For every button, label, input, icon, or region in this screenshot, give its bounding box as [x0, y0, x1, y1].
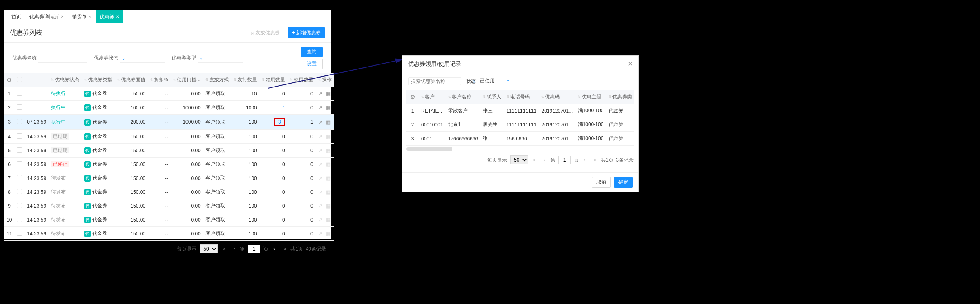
- prev-page-icon[interactable]: ‹: [232, 246, 237, 252]
- last-page-icon[interactable]: ⇥: [590, 157, 598, 163]
- close-icon[interactable]: ✕: [627, 60, 633, 68]
- close-icon[interactable]: ✕: [60, 10, 64, 23]
- row-checkbox[interactable]: [17, 189, 22, 194]
- coupon-type: 代金券: [92, 217, 107, 222]
- sort-icon[interactable]: ⇅: [483, 95, 486, 99]
- table-row[interactable]: 1待执行代代金券50.00--0.00客户领取1000↗▦: [4, 87, 334, 101]
- add-coupon-button[interactable]: + 新增优惠券: [288, 27, 325, 38]
- table-row[interactable]: 1114 23:59待发布代代金券150.00--0.00客户领取10000↗▦: [4, 227, 334, 241]
- sort-icon[interactable]: ⇅: [234, 78, 237, 82]
- column-header: 优惠主题: [582, 93, 601, 100]
- query-button[interactable]: 查询: [301, 47, 323, 57]
- qr-icon[interactable]: ▦: [326, 104, 331, 111]
- table-row[interactable]: 914 23:59待发布代代金券150.00--0.00客户领取10000↗▦: [4, 199, 334, 213]
- page-input[interactable]: [248, 245, 260, 253]
- filter-name-input[interactable]: [38, 53, 87, 63]
- distribute-coupon-button[interactable]: ⎘发放优惠券: [246, 27, 284, 38]
- sort-icon[interactable]: ⇅: [262, 78, 265, 82]
- last-page-icon[interactable]: ⇥: [280, 246, 287, 252]
- row-checkbox[interactable]: [17, 104, 22, 110]
- sort-icon[interactable]: ⇅: [290, 78, 293, 82]
- use-count: 0: [288, 158, 316, 171]
- page-title: 优惠券列表: [10, 29, 42, 37]
- next-page-icon[interactable]: ›: [272, 246, 277, 252]
- qr-icon: ▦: [326, 217, 331, 223]
- sort-icon[interactable]: ⇅: [117, 78, 120, 82]
- row-checkbox[interactable]: [17, 91, 22, 96]
- modal-search[interactable]: ⌕: [408, 77, 461, 85]
- row-checkbox[interactable]: [17, 133, 22, 139]
- row-checkbox[interactable]: [17, 217, 22, 222]
- gear-icon[interactable]: ⚙: [410, 94, 415, 100]
- table-row[interactable]: 307 23:59执行中代代金券200.00--1000.00客户领取10031…: [4, 115, 334, 130]
- time-cell: 14 23:59: [25, 213, 49, 227]
- modal-per-page-select[interactable]: 50: [510, 155, 528, 164]
- modal-search-input[interactable]: [411, 78, 472, 84]
- table-row[interactable]: 1RETAIL...零散客户张三111111111112019120701...…: [406, 104, 634, 118]
- table-row[interactable]: 614 23:59已终止代代金券150.00--0.00客户领取10000↗▦: [4, 158, 334, 171]
- sort-icon[interactable]: ⇅: [318, 78, 321, 82]
- claim-count-link[interactable]: 1: [282, 105, 285, 111]
- share-icon[interactable]: ↗: [318, 104, 323, 111]
- filter-status-select[interactable]: ⌄: [120, 53, 165, 63]
- ok-button[interactable]: 确定: [614, 177, 633, 188]
- claim-count-link[interactable]: 3: [278, 119, 281, 125]
- table-row[interactable]: 814 23:59待发布代代金券150.00--0.00客户领取10000↗▦: [4, 185, 334, 199]
- phone: 11111111111: [504, 118, 539, 132]
- qr-icon[interactable]: ▦: [326, 91, 331, 97]
- per-page-select[interactable]: 50: [200, 244, 218, 253]
- settings-button[interactable]: 设置: [301, 59, 323, 69]
- cancel-button[interactable]: 取消: [592, 177, 611, 188]
- modal-page-input[interactable]: [558, 156, 571, 164]
- filter-type-select[interactable]: ⌄: [198, 53, 243, 63]
- sort-icon[interactable]: ⇅: [51, 78, 54, 82]
- time-cell: 14 23:59: [25, 158, 49, 171]
- next-page-icon[interactable]: ›: [582, 157, 587, 163]
- gear-icon[interactable]: ⚙: [7, 77, 12, 83]
- tab-优惠券[interactable]: 优惠券✕: [96, 10, 123, 23]
- table-row[interactable]: 714 23:59待发布代代金券150.00--0.00客户领取10000↗▦: [4, 171, 334, 185]
- share-icon: ↗: [318, 175, 323, 181]
- sort-icon[interactable]: ⇅: [507, 95, 509, 99]
- column-header: 优惠码: [545, 93, 560, 100]
- share-icon: ↗: [318, 189, 323, 195]
- table-row[interactable]: 200010001北京1唐先生111111111112019120701...满…: [406, 118, 634, 132]
- first-page-icon[interactable]: ⇤: [531, 157, 539, 163]
- row-checkbox[interactable]: [17, 119, 22, 124]
- table-row[interactable]: 414 23:59已过期代代金券150.00--0.00客户领取10000↗▦: [4, 130, 334, 144]
- close-icon[interactable]: ✕: [116, 10, 119, 23]
- checkbox-all[interactable]: [17, 77, 22, 82]
- table-row[interactable]: 2执行中代代金券100.00--1000.00客户领取100010↗▦: [4, 101, 334, 115]
- row-checkbox[interactable]: [17, 147, 22, 153]
- close-icon[interactable]: ✕: [88, 10, 92, 23]
- row-checkbox[interactable]: [17, 231, 22, 236]
- qr-icon[interactable]: ▦: [326, 119, 331, 125]
- tab-优惠券详情页[interactable]: 优惠券详情页✕: [25, 10, 68, 23]
- table-row[interactable]: 3000117666666666张156 6666 ...2019120701.…: [406, 132, 634, 146]
- tab-首页[interactable]: 首页: [7, 10, 25, 23]
- table-row[interactable]: 1014 23:59待发布代代金券150.00--0.00客户领取10000↗▦: [4, 213, 334, 227]
- sort-icon[interactable]: ⇅: [448, 95, 451, 99]
- modal-status-select[interactable]: 已使用 ⌄: [478, 76, 511, 86]
- sort-icon[interactable]: ⇅: [150, 78, 153, 82]
- horizontal-scrollbar[interactable]: [406, 147, 634, 151]
- sort-icon[interactable]: ⇅: [609, 95, 612, 99]
- sort-icon[interactable]: ⇅: [205, 78, 208, 82]
- row-checkbox[interactable]: [17, 175, 22, 180]
- sort-icon[interactable]: ⇅: [421, 95, 424, 99]
- tab-销货单[interactable]: 销货单✕: [68, 10, 96, 23]
- first-page-icon[interactable]: ⇤: [221, 246, 228, 252]
- table-row[interactable]: 514 23:59已过期代代金券150.00--0.00客户领取10000↗▦: [4, 144, 334, 158]
- sort-icon[interactable]: ⇅: [173, 78, 176, 82]
- sort-icon[interactable]: ⇅: [84, 78, 87, 82]
- sort-icon[interactable]: ⇅: [541, 95, 544, 99]
- prev-page-icon[interactable]: ‹: [542, 157, 547, 163]
- row-index: 2: [4, 101, 14, 115]
- coupon-list-panel: 首页优惠券详情页✕销货单✕优惠券✕ 优惠券列表 ⎘发放优惠券 + 新增优惠券 优…: [4, 10, 331, 239]
- row-checkbox[interactable]: [17, 203, 22, 208]
- share-icon[interactable]: ↗: [318, 119, 323, 125]
- share-icon[interactable]: ↗: [318, 91, 323, 97]
- qr-icon: ▦: [326, 133, 331, 140]
- sort-icon[interactable]: ⇅: [578, 95, 581, 99]
- row-checkbox[interactable]: [17, 161, 22, 166]
